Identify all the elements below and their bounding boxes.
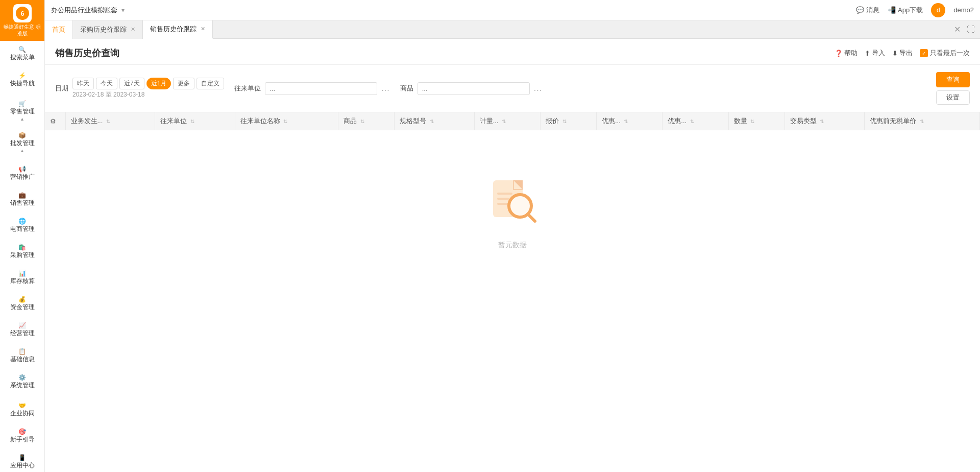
- user-name[interactable]: demo2: [953, 6, 974, 14]
- topbar-right: 💬 消息 📲 App下载 d demo2: [856, 3, 974, 17]
- user-avatar[interactable]: d: [931, 3, 945, 17]
- sidebar-item-label: 零售管理: [10, 107, 35, 116]
- date-btn-7days[interactable]: 近7天: [119, 78, 144, 89]
- help-icon: ❓: [835, 50, 843, 57]
- product-filter-field: 商品 ...: [400, 82, 542, 95]
- sidebar-item-label: 应用中心: [10, 461, 35, 470]
- message-icon: 💬: [856, 6, 864, 14]
- close-window-button[interactable]: ✕: [953, 23, 962, 35]
- sidebar-item-enterprise[interactable]: 🤝 企业协同: [0, 397, 44, 423]
- sidebar-item-wholesale[interactable]: 📦 批发管理 ▲: [0, 127, 44, 158]
- export-button[interactable]: ⬇ 导出: [892, 49, 913, 58]
- sales-icon: 💼: [18, 192, 26, 199]
- partner-more-icon[interactable]: ...: [381, 84, 389, 93]
- tabbar: 首页 采购历史价跟踪 ✕ 销售历史价跟踪 ✕ ✕ ⛶: [45, 20, 980, 39]
- only-last-checkbox[interactable]: ✓ 只看最后一次: [920, 49, 970, 58]
- sidebar-item-basic-info[interactable]: 📋 基础信息: [0, 343, 44, 369]
- sort-icon: ⇅: [820, 119, 824, 124]
- maximize-button[interactable]: ⛶: [966, 24, 976, 35]
- col-product-label: 商品: [344, 117, 357, 125]
- empty-text: 暂元数据: [498, 241, 527, 250]
- sidebar-item-marketing[interactable]: 📢 营销推广: [0, 160, 44, 186]
- sort-icon: ⇅: [106, 119, 110, 124]
- data-table: ⚙ 业务发生... ⇅ 往来单位 ⇅ 往来单位名称 ⇅: [45, 112, 980, 130]
- partner-input[interactable]: [265, 82, 377, 95]
- product-input[interactable]: [418, 82, 530, 95]
- col-biz-date[interactable]: 业务发生... ⇅: [65, 112, 155, 130]
- col-discount1-label: 优惠...: [602, 117, 621, 125]
- query-button[interactable]: 查询: [936, 72, 970, 87]
- col-settings[interactable]: ⚙: [45, 112, 65, 130]
- sidebar-item-retail[interactable]: 🛒 零售管理 ▲: [0, 95, 44, 127]
- tab-purchase-close-icon[interactable]: ✕: [131, 26, 135, 33]
- col-discount1[interactable]: 优惠... ⇅: [596, 112, 662, 130]
- sidebar-item-finance[interactable]: 💰 资金管理: [0, 291, 44, 317]
- col-partner-name[interactable]: 往来单位名称 ⇅: [235, 112, 338, 130]
- gear-icon[interactable]: ⚙: [50, 117, 56, 125]
- sidebar-item-app-center[interactable]: 📱 应用中心: [0, 449, 44, 472]
- topbar-dropdown-arrow[interactable]: ▾: [121, 7, 125, 14]
- partner-label: 往来单位: [234, 84, 261, 93]
- sidebar-item-search-menu[interactable]: 🔍 搜索菜单: [0, 41, 44, 67]
- page-header: 销售历史价查询 ❓ 帮助 ⬆ 导入 ⬇ 导出 ✓: [45, 39, 980, 65]
- message-label: 消息: [866, 6, 879, 15]
- date-btn-today[interactable]: 今天: [96, 78, 117, 89]
- sidebar-item-system[interactable]: ⚙️ 系统管理: [0, 369, 44, 395]
- export-icon: ⬇: [892, 50, 898, 57]
- tab-home[interactable]: 首页: [45, 20, 73, 39]
- retail-icon: 🛒: [18, 100, 26, 107]
- col-product[interactable]: 商品 ⇅: [338, 112, 395, 130]
- date-field-col: 昨天 今天 近7天 近1月 更多 自定义 2023-02-18 至 2023-0…: [72, 78, 224, 99]
- date-btn-custom[interactable]: 自定义: [197, 78, 224, 89]
- col-spec[interactable]: 规格型号 ⇅: [395, 112, 474, 130]
- import-button[interactable]: ⬆ 导入: [865, 49, 885, 58]
- tab-sales-history[interactable]: 销售历史价跟踪 ✕: [143, 20, 213, 39]
- purchase-icon: 🛍️: [18, 244, 26, 251]
- col-qty-label: 数量: [734, 117, 747, 125]
- sidebar-item-purchase[interactable]: 🛍️ 采购管理: [0, 239, 44, 265]
- sidebar-item-operations[interactable]: 📈 经营管理: [0, 317, 44, 343]
- col-discount2[interactable]: 优惠... ⇅: [663, 112, 728, 130]
- tab-home-label: 首页: [52, 25, 65, 34]
- sidebar-item-label: 搜索菜单: [10, 53, 35, 62]
- sort-icon: ⇅: [360, 119, 364, 124]
- settings-button[interactable]: 设置: [936, 90, 970, 105]
- product-more-icon[interactable]: ...: [534, 84, 542, 93]
- tab-sales-label: 销售历史价跟踪: [150, 25, 197, 34]
- date-btn-1month[interactable]: 近1月: [146, 78, 172, 89]
- tab-purchase-history[interactable]: 采购历史价跟踪 ✕: [73, 20, 143, 39]
- col-partner-name-label: 往来单位名称: [240, 117, 280, 125]
- date-btn-yesterday[interactable]: 昨天: [72, 78, 94, 89]
- sidebar-item-label: 资金管理: [10, 303, 35, 312]
- app-download-button[interactable]: 📲 App下载: [888, 6, 923, 15]
- help-button[interactable]: ❓ 帮助: [835, 49, 857, 58]
- sidebar-item-inventory[interactable]: 📊 库存核算: [0, 265, 44, 291]
- sidebar-item-guide[interactable]: 🎯 新手引导: [0, 423, 44, 449]
- app-logo[interactable]: 6 畅捷通好生意 标准版: [0, 0, 44, 41]
- sidebar-item-ecommerce[interactable]: 🌐 电商管理: [0, 213, 44, 239]
- col-pretax[interactable]: 优惠前无税单价 ⇅: [864, 112, 979, 130]
- svg-text:6: 6: [20, 10, 24, 17]
- col-trade-type[interactable]: 交易类型 ⇅: [785, 112, 864, 130]
- col-quote[interactable]: 报价 ⇅: [540, 112, 596, 130]
- sort-icon: ⇅: [920, 119, 924, 124]
- tab-purchase-label: 采购历史价跟踪: [80, 25, 127, 34]
- sidebar-item-quick-nav[interactable]: ⚡ 快捷导航: [0, 67, 44, 93]
- date-range-display: 2023-02-18 至 2023-03-18: [72, 90, 224, 99]
- info-icon: 📋: [18, 348, 26, 355]
- sidebar-item-label: 新手引导: [10, 435, 35, 444]
- col-unit[interactable]: 计量... ⇅: [474, 112, 540, 130]
- col-qty[interactable]: 数量 ⇅: [728, 112, 785, 130]
- table-header-row: ⚙ 业务发生... ⇅ 往来单位 ⇅ 往来单位名称 ⇅: [45, 112, 980, 130]
- tab-sales-close-icon[interactable]: ✕: [201, 26, 205, 32]
- col-partner-code[interactable]: 往来单位 ⇅: [155, 112, 235, 130]
- finance-icon: 💰: [18, 296, 26, 303]
- sidebar-item-label: 销售管理: [10, 199, 35, 207]
- date-filter-buttons: 昨天 今天 近7天 近1月 更多 自定义: [72, 78, 224, 89]
- table-wrapper: ⚙ 业务发生... ⇅ 往来单位 ⇅ 往来单位名称 ⇅: [45, 112, 980, 291]
- date-btn-more[interactable]: 更多: [173, 78, 194, 89]
- sidebar-item-sales-mgmt[interactable]: 💼 销售管理: [0, 186, 44, 213]
- sort-icon: ⇅: [430, 119, 434, 124]
- sort-icon: ⇅: [502, 119, 506, 124]
- message-button[interactable]: 💬 消息: [856, 6, 879, 15]
